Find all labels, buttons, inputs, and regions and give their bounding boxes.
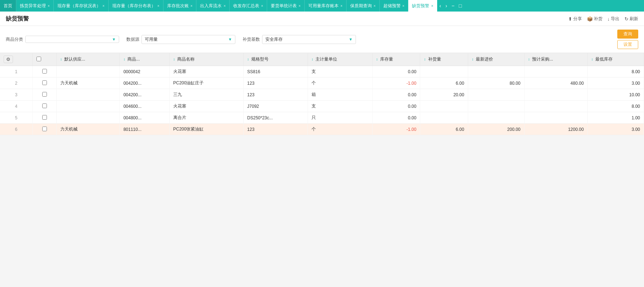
export-icon: ↓ (608, 16, 610, 22)
row-checkbox-1[interactable] (32, 66, 56, 78)
row-min-stock-5: 1.00 (588, 112, 644, 124)
page-title: 缺货预警 (6, 15, 29, 23)
query-button[interactable]: 查询 (617, 30, 638, 39)
row-name-4: 火花塞 (169, 101, 243, 112)
sort-min-stock-icon: ↕ (591, 57, 593, 61)
tab-expiry[interactable]: 保质期查询 × (347, 0, 380, 12)
tab-batch[interactable]: 库存批次账 × (164, 0, 197, 12)
tab-close-inventory-status[interactable]: × (103, 4, 105, 8)
table-container: ⚙ ↕ 默认供应... ↕ 商品... ↕ 商品名称 (0, 53, 644, 135)
row-checkbox-5[interactable] (32, 112, 56, 124)
tab-close-flow[interactable]: × (223, 4, 226, 8)
tab-close-summary[interactable]: × (261, 4, 263, 8)
col-price[interactable]: ↕ 最新进价 (468, 53, 524, 66)
tab-prev-btn[interactable]: ‹ (437, 0, 443, 12)
tab-close-available[interactable]: × (340, 4, 343, 8)
row-spec-2: 123 (243, 78, 308, 89)
col-stock[interactable]: ↕ 库存量 (372, 53, 420, 66)
tab-flow[interactable]: 出入库流水 × (196, 0, 230, 12)
select-all-checkbox[interactable] (36, 57, 41, 61)
share-button[interactable]: ⬆ 分享 (568, 16, 582, 22)
row-replenish-3: 20.00 (420, 89, 468, 101)
refresh-button[interactable]: ↻ 刷新 (625, 16, 638, 22)
page-header: 缺货预警 ⬆ 分享 📦 补货 ↓ 导出 ↻ 刷新 (0, 12, 644, 26)
sort-stock-icon: ↕ (376, 57, 378, 61)
tab-inventory-dist[interactable]: 现存量（库存分布表） × (109, 0, 164, 12)
replenish-base-select[interactable]: 安全库存 ▼ (262, 35, 356, 44)
category-label: 商品分类 (6, 36, 23, 43)
category-filter-group: 商品分类 ▼ (6, 36, 119, 43)
col-estimate[interactable]: ↕ 预计采购... (524, 53, 587, 66)
row-price-3 (468, 89, 524, 101)
row-name-1: 火花塞 (169, 66, 243, 78)
replenish-base-arrow-icon: ▼ (349, 37, 353, 41)
row-supplier-6: 力天机械 (56, 124, 119, 135)
row-stock-2: -1.00 (372, 78, 420, 89)
row-min-stock-6: 3.00 (588, 124, 644, 135)
settings-button[interactable]: 设置 (617, 40, 638, 49)
tab-shortage[interactable]: 缺货预警 × (408, 0, 437, 12)
refresh-icon: ↻ (625, 16, 628, 22)
tab-close-shortage[interactable]: × (431, 4, 433, 8)
header-actions: ⬆ 分享 📦 补货 ↓ 导出 ↻ 刷新 (568, 16, 639, 22)
tab-close-expiry[interactable]: × (374, 4, 376, 8)
tab-next-btn[interactable]: › (443, 0, 449, 12)
col-min-stock[interactable]: ↕ 最低库存 (588, 53, 644, 66)
col-name[interactable]: ↕ 商品名称 (169, 53, 243, 66)
row-code-5: 004800... (119, 112, 169, 124)
tab-close-picking[interactable]: × (48, 4, 50, 8)
row-code-3: 004200... (119, 89, 169, 101)
table-row: 6 力天机械 801110... PC200张紧油缸 123 个 -1.00 6… (0, 124, 644, 135)
tab-minimize-btn[interactable]: − (449, 0, 457, 12)
tab-summary[interactable]: 收发存汇总表 × (230, 0, 267, 12)
share-icon: ⬆ (568, 16, 572, 22)
tab-close-batch[interactable]: × (191, 4, 193, 8)
col-supplier[interactable]: ↕ 默认供应... (56, 53, 119, 66)
tab-requisition[interactable]: 要货单统计表 × (267, 0, 305, 12)
replenish-base-filter-group: 补货基数 安全库存 ▼ (243, 35, 356, 44)
row-num-1: 1 (0, 66, 32, 78)
col-code[interactable]: ↕ 商品... (119, 53, 169, 66)
row-min-stock-2: 3.00 (588, 78, 644, 89)
row-name-5: 离合片 (169, 112, 243, 124)
sort-replenish-icon: ↕ (424, 57, 426, 61)
row-unit-6: 个 (308, 124, 372, 135)
tab-available[interactable]: 可用量库存账本 × (305, 0, 347, 12)
filter-actions: 查询 设置 (617, 30, 638, 49)
table-header-row: ⚙ ↕ 默认供应... ↕ 商品... ↕ 商品名称 (0, 53, 644, 66)
row-checkbox-6[interactable] (32, 124, 56, 135)
data-table: ⚙ ↕ 默认供应... ↕ 商品... ↕ 商品名称 (0, 53, 644, 135)
replenish-button[interactable]: 📦 补货 (587, 16, 602, 22)
datasource-arrow-icon: ▼ (228, 37, 232, 41)
tab-overstock[interactable]: 超储预警 × (380, 0, 409, 12)
row-checkbox-2[interactable] (32, 78, 56, 89)
row-checkbox-4[interactable] (32, 101, 56, 112)
tab-inventory-status[interactable]: 现存量（库存状况表） × (54, 0, 109, 12)
tab-maximize-btn[interactable]: □ (457, 0, 464, 12)
row-supplier-3 (56, 89, 119, 101)
row-estimate-5 (524, 112, 587, 124)
category-select[interactable]: ▼ (25, 36, 119, 43)
col-unit[interactable]: ↕ 主计量单位 (308, 53, 372, 66)
filter-bar: 商品分类 ▼ 数据源 可用量 ▼ 补货基数 安全库存 ▼ 查询 设置 (0, 26, 644, 53)
row-stock-6: -1.00 (372, 124, 420, 135)
datasource-select[interactable]: 可用量 ▼ (142, 35, 235, 44)
tab-bar: 首页 拣货异常处理 × 现存量（库存状况表） × 现存量（库存分布表） × 库存… (0, 0, 644, 12)
col-replenish[interactable]: ↕ 补货量 (420, 53, 468, 66)
row-num-3: 3 (0, 89, 32, 101)
table-row: 2 力天机械 004200... PC200油缸庄子 123 个 -1.00 6… (0, 78, 644, 89)
gear-settings-button[interactable]: ⚙ (4, 56, 13, 63)
tab-home[interactable]: 首页 (0, 0, 16, 12)
row-checkbox-3[interactable] (32, 89, 56, 101)
tab-close-requisition[interactable]: × (299, 4, 301, 8)
tab-close-inventory-dist[interactable]: × (157, 4, 160, 8)
col-spec[interactable]: ↕ 规格型号 (243, 53, 308, 66)
export-button[interactable]: ↓ 导出 (608, 16, 620, 22)
row-stock-3: 0.00 (372, 89, 420, 101)
tab-picking[interactable]: 拣货异常处理 × (16, 0, 54, 12)
row-estimate-2: 480.00 (524, 78, 587, 89)
row-estimate-6: 1200.00 (524, 124, 587, 135)
row-unit-2: 个 (308, 78, 372, 89)
tab-close-overstock[interactable]: × (402, 4, 405, 8)
sort-supplier-icon: ↕ (60, 57, 62, 61)
